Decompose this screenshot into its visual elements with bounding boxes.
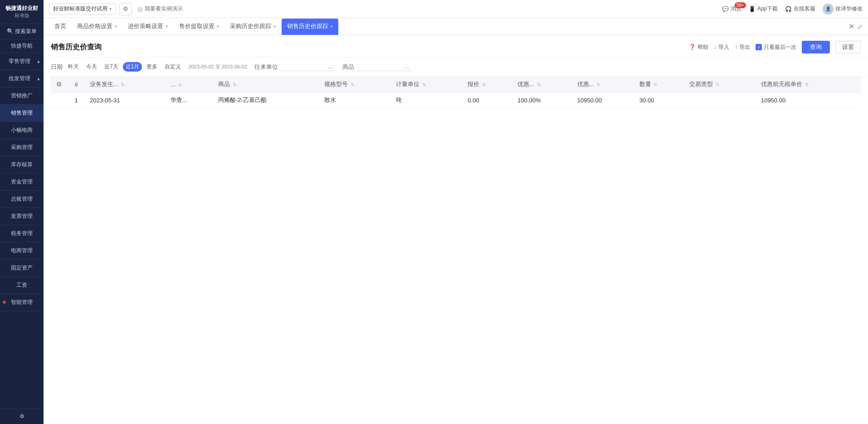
source-unit-input[interactable] bbox=[281, 63, 326, 70]
product-input-wrap: ... bbox=[357, 63, 411, 71]
online-service-btn[interactable]: 🎧 在线客服 bbox=[785, 5, 815, 13]
col-spec[interactable]: 规格型号 ⇅ bbox=[320, 77, 391, 92]
sort-spec-icon[interactable]: ⇅ bbox=[351, 82, 354, 87]
date-opt-yesterday[interactable]: 昨天 bbox=[65, 62, 82, 72]
tab-home[interactable]: 首页 bbox=[49, 19, 72, 35]
avatar: 👤 bbox=[823, 4, 834, 14]
sidebar-item-wholesale[interactable]: 批发管理 ▲ bbox=[0, 70, 44, 87]
sidebar-item-ledger[interactable]: 总账管理 bbox=[0, 191, 44, 208]
col-discount1[interactable]: 优惠... ⇅ bbox=[513, 77, 573, 92]
help-btn[interactable]: ❓ 帮助 bbox=[689, 43, 708, 51]
date-opt-more[interactable]: 更多 bbox=[144, 62, 160, 72]
sidebar-item-payroll[interactable]: 工资 bbox=[0, 277, 44, 294]
col-extra[interactable]: ... ⇅ bbox=[166, 77, 214, 92]
sidebar-item-purchase[interactable]: 采购管理 bbox=[0, 139, 44, 156]
sidebar-item-invoice[interactable]: 发票管理 bbox=[0, 208, 44, 225]
sidebar-item-retail[interactable]: 零售管理 ▲ bbox=[0, 53, 44, 70]
topbar-gear-btn[interactable]: ⚙ bbox=[119, 3, 132, 15]
tabbar: 首页 商品价格设置 × 进价策略设置 × 售价提取设置 × 采购历史价跟踪 × … bbox=[44, 18, 868, 35]
row-discount1-cell: 100.00% bbox=[513, 92, 573, 108]
sidebar-item-smart[interactable]: 智能管理 bbox=[0, 294, 44, 311]
tab-sale-history[interactable]: 销售历史价跟踪 × bbox=[282, 19, 338, 35]
message-icon: 💬 bbox=[722, 6, 729, 12]
app-logo[interactable]: 畅捷通好业财 标准版 bbox=[0, 0, 44, 24]
expand-window-btn[interactable]: ⤢ bbox=[857, 23, 863, 30]
close-tab-price-settings[interactable]: × bbox=[114, 24, 117, 29]
table-row[interactable]: 1 2023-05-31 华查... 丙烯酸-2-乙基己酯 散水 吨 0.00 … bbox=[51, 92, 861, 108]
row-trade-type-cell bbox=[685, 92, 756, 108]
col-product[interactable]: 商品 ⇅ bbox=[214, 77, 320, 92]
sort-product-icon[interactable]: ⇅ bbox=[233, 82, 236, 87]
sidebar-item-ecommerce-small[interactable]: 小畅电商 bbox=[0, 122, 44, 139]
tab-sale-extract[interactable]: 售价提取设置 × bbox=[174, 19, 224, 35]
date-opt-last1m[interactable]: 近1月 bbox=[123, 62, 142, 72]
sidebar-item-marketing[interactable]: 营销推广 bbox=[0, 87, 44, 105]
sort-pretax-icon[interactable]: ⇅ bbox=[805, 82, 809, 87]
close-tab-purchase-history[interactable]: × bbox=[273, 24, 276, 29]
row-extra-cell: 华查... bbox=[166, 92, 214, 108]
tab-price-settings[interactable]: 商品价格设置 × bbox=[72, 19, 122, 35]
app-name-line1: 畅捷通好业财 bbox=[3, 5, 41, 12]
version-selector[interactable]: 好业财标准版交付试用 ▾ bbox=[49, 3, 116, 14]
gear-icon: ⚙ bbox=[20, 413, 24, 419]
col-discount2[interactable]: 优惠... ⇅ bbox=[573, 77, 635, 92]
source-unit-dots[interactable]: ... bbox=[328, 63, 333, 70]
demo-btn[interactable]: ◎ 我要看实例演示 bbox=[137, 5, 183, 13]
sidebar-item-assets[interactable]: 固定资产 bbox=[0, 260, 44, 277]
quick-nav-btn[interactable]: 快捷导航 bbox=[0, 39, 44, 53]
export-btn[interactable]: ↑ 导出 bbox=[735, 43, 750, 51]
col-quantity[interactable]: 数量 ⇅ bbox=[635, 77, 685, 92]
sort-discount1-icon[interactable]: ⇅ bbox=[537, 82, 541, 87]
row-spec-cell: 散水 bbox=[320, 92, 391, 108]
source-unit-group: 往来单位 ... bbox=[254, 63, 335, 71]
sort-discount2-icon[interactable]: ⇅ bbox=[596, 82, 600, 87]
settings-button[interactable]: 设置 bbox=[835, 41, 861, 53]
close-tab-sale-extract[interactable]: × bbox=[216, 24, 219, 29]
sort-quantity-icon[interactable]: ⇅ bbox=[653, 82, 657, 87]
topbar-right: 💬 消息 99+ 📱 App下载 🎧 在线客服 👤 徐泽华修改 bbox=[722, 4, 863, 14]
messages-btn[interactable]: 💬 消息 99+ bbox=[722, 5, 741, 13]
date-opt-today[interactable]: 今天 bbox=[83, 62, 100, 72]
date-range-text: 2023-05-02 至 2023-06-02 bbox=[188, 63, 247, 70]
sort-unit-icon[interactable]: ⇅ bbox=[422, 82, 426, 87]
product-dots[interactable]: ... bbox=[404, 63, 410, 70]
app-download-btn[interactable]: 📱 App下载 bbox=[749, 5, 778, 13]
sort-extra-icon[interactable]: ⇅ bbox=[178, 82, 182, 87]
date-opt-custom[interactable]: 自定义 bbox=[162, 62, 184, 72]
sort-price-icon[interactable]: ⇅ bbox=[482, 82, 486, 87]
col-price[interactable]: 报价 ⇅ bbox=[463, 77, 513, 92]
query-button[interactable]: 查询 bbox=[802, 41, 830, 53]
product-input[interactable] bbox=[357, 63, 402, 70]
tab-purchase-strategy[interactable]: 进价策略设置 × bbox=[122, 19, 173, 35]
close-tab-purchase-strategy[interactable]: × bbox=[165, 24, 168, 29]
sidebar-item-sales[interactable]: 销售管理 bbox=[0, 105, 44, 122]
sidebar-gear-btn[interactable]: ⚙ bbox=[0, 408, 44, 424]
col-trade-type[interactable]: 交易类型 ⇅ bbox=[685, 77, 756, 92]
sidebar-item-tax[interactable]: 税务管理 bbox=[0, 225, 44, 242]
col-pretax-price[interactable]: 优惠前无税单价 ⇅ bbox=[756, 77, 861, 92]
sidebar-item-inventory[interactable]: 库存核算 bbox=[0, 156, 44, 173]
table-gear-icon[interactable]: ⚙ bbox=[56, 81, 62, 88]
date-opt-last7[interactable]: 近7天 bbox=[102, 62, 121, 72]
col-unit[interactable]: 计量单位 ⇅ bbox=[391, 77, 463, 92]
app-name-line2: 标准版 bbox=[3, 12, 41, 19]
sidebar-item-finance[interactable]: 资金管理 bbox=[0, 173, 44, 191]
sidebar-item-ecommerce[interactable]: 电商管理 bbox=[0, 242, 44, 260]
sort-tradetype-icon[interactable]: ⇅ bbox=[716, 82, 719, 87]
date-options: 昨天 今天 近7天 近1月 更多 自定义 bbox=[65, 62, 184, 72]
app-download-label: App下载 bbox=[757, 5, 778, 13]
only-last-checkbox[interactable]: 只看最后一次 bbox=[756, 43, 796, 51]
tab-purchase-history[interactable]: 采购历史价跟踪 × bbox=[224, 19, 281, 35]
filter-row: 日期 昨天 今天 近7天 近1月 更多 自定义 2023-05-02 至 202… bbox=[44, 58, 868, 77]
sort-date-icon[interactable]: ⇅ bbox=[121, 82, 124, 87]
search-menu-btn[interactable]: 🔍 搜索菜单 bbox=[0, 24, 44, 39]
col-gear[interactable]: ⚙ bbox=[51, 77, 67, 92]
import-btn[interactable]: ↓ 导入 bbox=[714, 43, 729, 51]
date-label: 日期 bbox=[51, 63, 63, 71]
main-area: 好业财标准版交付试用 ▾ ⚙ ◎ 我要看实例演示 💬 消息 99+ 📱 App下… bbox=[44, 0, 868, 424]
col-date[interactable]: 业务发生... ⇅ bbox=[85, 77, 166, 92]
user-menu[interactable]: 👤 徐泽华修改 bbox=[823, 4, 863, 14]
close-tab-sale-history[interactable]: × bbox=[330, 24, 333, 29]
demo-icon: ◎ bbox=[137, 5, 143, 13]
close-window-btn[interactable]: ✕ bbox=[848, 22, 854, 31]
